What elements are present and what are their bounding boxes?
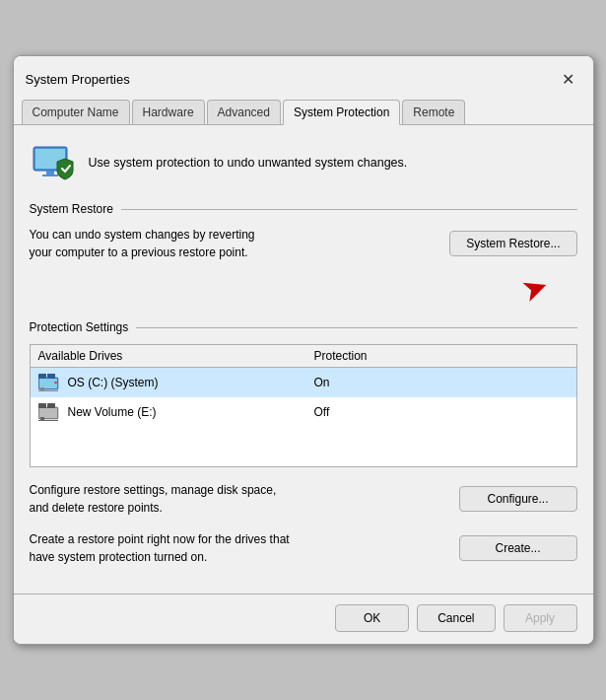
- drive-c-protection: On: [314, 376, 569, 389]
- svg-rect-10: [54, 382, 57, 384]
- svg-rect-6: [40, 387, 44, 390]
- tab-remote[interactable]: Remote: [402, 100, 465, 124]
- protection-settings-section: Protection Settings Available Drives Pro…: [30, 320, 577, 566]
- system-restore-button[interactable]: System Restore...: [449, 231, 576, 256]
- create-description: Create a restore point right now for the…: [30, 530, 290, 566]
- table-empty-space: [31, 427, 576, 466]
- svg-rect-5: [39, 379, 57, 388]
- tab-bar: Computer Name Hardware Advanced System P…: [14, 92, 593, 125]
- system-properties-dialog: System Properties ✕ Computer Name Hardwa…: [13, 55, 594, 645]
- col-header-drives: Available Drives: [38, 349, 314, 363]
- svg-rect-14: [38, 420, 58, 421]
- create-row: Create a restore point right now for the…: [30, 530, 577, 566]
- cancel-button[interactable]: Cancel: [417, 604, 495, 632]
- apply-button[interactable]: Apply: [504, 604, 577, 632]
- ok-button[interactable]: OK: [335, 604, 409, 632]
- configure-row: Configure restore settings, manage disk …: [30, 481, 577, 517]
- arrow-icon: ➤: [515, 266, 553, 311]
- svg-rect-3: [42, 175, 58, 176]
- info-description: Use system protection to undo unwanted s…: [89, 156, 408, 170]
- tab-advanced[interactable]: Advanced: [207, 100, 281, 124]
- drive-c-icon: [38, 373, 62, 392]
- section-divider-2: [136, 327, 576, 328]
- drive-e-name: New Volume (E:): [68, 405, 157, 419]
- svg-rect-15: [38, 403, 46, 408]
- system-restore-header: System Restore: [30, 202, 577, 216]
- drive-e-protection: Off: [314, 405, 569, 419]
- svg-rect-16: [47, 403, 55, 408]
- restore-description: You can undo system changes by reverting…: [30, 226, 255, 261]
- protection-icon: [30, 139, 77, 186]
- drive-row-c[interactable]: OS (C:) (System) On: [31, 368, 576, 397]
- tab-hardware[interactable]: Hardware: [132, 100, 205, 124]
- svg-rect-12: [39, 408, 57, 418]
- svg-rect-8: [38, 374, 46, 379]
- close-button[interactable]: ✕: [556, 66, 581, 92]
- drive-e-icon: [38, 402, 62, 422]
- tab-system-protection[interactable]: System Protection: [283, 100, 400, 125]
- svg-rect-13: [40, 417, 44, 420]
- protection-settings-label: Protection Settings: [30, 320, 129, 334]
- drives-table-header: Available Drives Protection: [31, 345, 576, 368]
- system-restore-label: System Restore: [30, 202, 113, 216]
- svg-rect-7: [38, 390, 58, 391]
- dialog-title: System Properties: [26, 72, 130, 87]
- svg-rect-9: [47, 374, 55, 379]
- tab-content: Use system protection to undo unwanted s…: [14, 125, 593, 594]
- protection-settings-header: Protection Settings: [30, 320, 577, 334]
- drive-c-name: OS (C:) (System): [68, 376, 159, 389]
- configure-description: Configure restore settings, manage disk …: [30, 481, 277, 517]
- info-row: Use system protection to undo unwanted s…: [30, 139, 577, 186]
- configure-button[interactable]: Configure...: [459, 486, 577, 512]
- arrow-container: ➤: [30, 269, 577, 307]
- system-restore-section: System Restore You can undo system chang…: [30, 202, 577, 307]
- restore-row: You can undo system changes by reverting…: [30, 226, 577, 261]
- tab-computer-name[interactable]: Computer Name: [22, 100, 130, 124]
- footer-buttons: OK Cancel Apply: [14, 594, 593, 644]
- drives-table: Available Drives Protection: [30, 344, 577, 467]
- drive-e-name-cell: New Volume (E:): [38, 402, 314, 422]
- drive-row-e[interactable]: New Volume (E:) Off: [31, 397, 576, 427]
- col-header-protection: Protection: [314, 349, 569, 363]
- drive-c-name-cell: OS (C:) (System): [38, 373, 314, 392]
- create-button[interactable]: Create...: [459, 535, 577, 561]
- section-divider: [121, 209, 577, 210]
- title-bar: System Properties ✕: [14, 56, 593, 92]
- svg-rect-2: [46, 171, 54, 175]
